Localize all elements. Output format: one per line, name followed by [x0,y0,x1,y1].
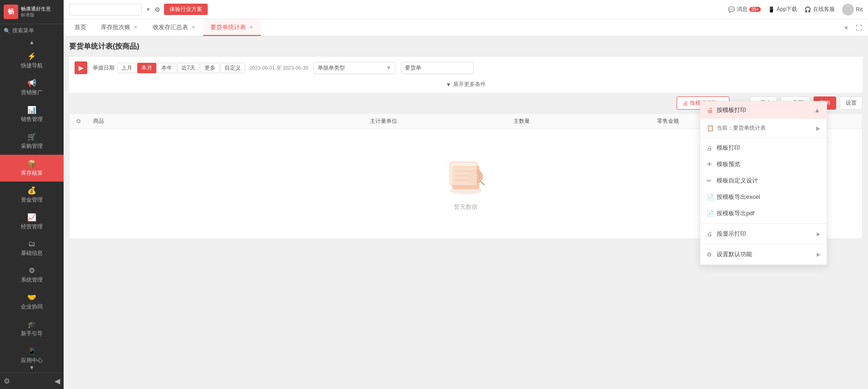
nav-icon-marketing: 📢 [27,79,36,87]
tab-order-stats[interactable]: 要货单统计表 × [203,19,261,36]
message-icon: 💬 [728,6,735,13]
dropdown-template-print[interactable]: 🖨 模板打印 [700,140,827,156]
message-button[interactable]: 💬 消息 99+ [728,5,761,13]
sidebar-nav: ⚡ 快捷导航 📢 营销推广 📊 销售管理 🛒 采购管理 📦 库存核算 💰 资金管… [0,47,64,363]
date-more[interactable]: 更多 [200,63,219,73]
sidebar-item-finance[interactable]: 💰 资金管理 [0,182,64,208]
service-icon: 🎧 [804,6,811,13]
tab-close-order-stats[interactable]: × [249,24,254,30]
dropdown-default-icon: ⚙ [707,251,712,258]
sidebar-item-guide[interactable]: 🎓 新手引导 [0,315,64,342]
dropdown-template-preview[interactable]: 👁 模板预览 [700,156,827,172]
sidebar-item-quick-nav[interactable]: ⚡ 快捷导航 [0,47,64,74]
nav-icon-guide: 🎓 [27,320,36,328]
svg-line-7 [480,181,484,185]
tab-home[interactable]: 首页 [67,19,94,36]
expand-more-button[interactable]: ▼ 展开更多条件 [446,81,486,88]
filter-expand-icon[interactable]: ▶ [75,61,87,74]
date-current-month[interactable]: 本月 [137,63,156,73]
col-settings-icon[interactable]: ⚙ [70,114,88,128]
sidebar-scroll-up[interactable]: ▲ [0,37,64,47]
topbar-right: 💬 消息 99+ 📱 App下载 🎧 在线客服 Rit [728,4,863,15]
tab-inventory-batch[interactable]: 库存批次账 × [94,19,145,36]
avatar-image [842,4,854,15]
tab-close-inventory-batch[interactable]: × [133,24,138,30]
dropdown-pdf-icon: 📄 [707,210,714,217]
page-title: 要货单统计表(按商品) [69,42,863,51]
sidebar-item-collab[interactable]: 🤝 企业协同 [0,288,64,315]
nav-icon-finance: 💰 [27,186,36,195]
logo-icon: 畅 [4,5,18,19]
nav-icon-quick: ⚡ [27,52,36,61]
sidebar-item-apps[interactable]: 📱 应用中心 [0,342,64,363]
dropdown-default-section: ⚙ 设置默认功能 ▶ [700,244,827,265]
sidebar-item-sales[interactable]: 📊 销售管理 [0,101,64,128]
col-unit-header: 主计量单位 [364,114,508,129]
dropdown-display-icon: 🖨 [707,231,713,237]
display-print-arrow-icon: ▶ [817,231,820,237]
topbar: ▼ ⚙ 体验行业方案 💬 消息 99+ 📱 App下载 🎧 在线客服 Rit [64,0,868,19]
date-custom[interactable]: 自定义 [220,63,245,73]
nav-icon-operations: 📈 [27,213,36,222]
dropdown-template-design[interactable]: ✏ 模板自定义设计 [700,172,827,189]
topbar-search-input[interactable] [69,4,142,15]
dropdown-close-icon[interactable]: ▲ [814,106,820,114]
current-template-arrow-icon: ▶ [816,125,820,131]
expand-icon: ▼ [446,81,451,88]
topbar-settings-icon[interactable]: ⚙ [155,6,160,13]
content-area: 要货单统计表(按商品) ▶ 单据日期 上月 本月 本年 近7天 更多 [64,36,868,389]
sidebar-scroll-down[interactable]: ▼ [0,363,64,373]
dropdown-header[interactable]: 🖨 按模板打印 ▲ [700,101,827,119]
sidebar-item-marketing[interactable]: 📢 营销推广 [0,74,64,101]
sidebar-item-basic[interactable]: 🗂 基础信息 [0,235,64,262]
sidebar-logo: 畅 畅康通好生意 标准版 [0,0,64,24]
window-maximize-button[interactable]: ⛶ [853,22,864,33]
dropdown-display-print[interactable]: 🖨 按显示打印 ▶ [700,226,827,242]
tab-receipt-summary[interactable]: 收发存汇总表 × [145,19,203,36]
topbar-chevron-icon[interactable]: ▼ [145,6,151,13]
type-filter[interactable]: 单据单类型 ▼ [314,62,395,74]
tab-close-receipt-summary[interactable]: × [191,24,196,30]
tabs-bar: 首页 库存批次账 × 收发存汇总表 × 要货单统计表 × × ⛶ [64,19,868,36]
date-filter: 单据日期 上月 本月 本年 近7天 更多 自定义 2023-06-01 至 20… [93,63,308,73]
date-last-month[interactable]: 上月 [117,63,136,73]
dropdown-export-pdf[interactable]: 📄 按模板导出pdf [700,205,827,222]
user-avatar[interactable]: Rit [842,4,863,15]
sidebar-search[interactable]: 🔍 搜索菜单 [0,24,64,37]
svg-rect-8 [450,162,477,186]
dropdown-preview-icon: 👁 [707,161,713,168]
filter-panel: ▶ 单据日期 上月 本月 本年 近7天 更多 自定义 2023-06-01 至 … [69,57,863,93]
sidebar-footer: ⚙ ◀ [0,373,64,389]
trial-button[interactable]: 体验行业方案 [164,4,208,15]
dropdown-current-section: 📋 当前：要货单统计表 ▶ [700,119,827,138]
print-dropdown-menu: 🖨 按模板打印 ▲ 📋 当前：要货单统计表 ▶ 🖨 模板打印 👁 [700,101,827,265]
dropdown-printer-icon: 🖨 [707,106,713,114]
nav-icon-apps: 📱 [27,347,36,355]
tag-filter[interactable]: 要货单 [401,62,474,74]
nav-icon-system: ⚙ [29,266,35,275]
sidebar-item-purchase[interactable]: 🛒 采购管理 [0,128,64,155]
sidebar-item-operations[interactable]: 📈 经营管理 [0,208,64,235]
date-buttons: 上月 本月 本年 近7天 更多 自定义 [117,63,245,73]
dropdown-export-excel[interactable]: 📄 按模板导出excel [700,189,827,205]
current-template-item[interactable]: 📋 当前：要货单统计表 ▶ [700,121,827,136]
collapse-icon[interactable]: ◀ [55,377,60,385]
date-7days[interactable]: 近7天 [177,63,200,73]
settings-btn[interactable]: 设置 [840,96,863,110]
current-template-icon: 📋 [707,125,714,131]
empty-text: 暂无数据 [454,203,478,211]
main-area: ▼ ⚙ 体验行业方案 💬 消息 99+ 📱 App下载 🎧 在线客服 Rit [64,0,868,389]
set-default-arrow-icon: ▶ [817,252,820,258]
window-close-button[interactable]: × [841,22,852,33]
empty-icon [443,157,489,197]
nav-icon-inventory: 📦 [27,159,36,168]
sidebar-item-inventory[interactable]: 📦 库存核算 [0,155,64,182]
nav-icon-purchase: 🛒 [27,132,36,141]
online-service-button[interactable]: 🎧 在线客服 [804,5,835,13]
app-download-button[interactable]: 📱 App下载 [768,5,797,13]
col-product-header: 商品 [88,114,364,129]
sidebar-item-system[interactable]: ⚙ 系统管理 [0,262,64,288]
date-current-year[interactable]: 本年 [157,63,176,73]
settings-icon[interactable]: ⚙ [4,377,10,385]
dropdown-set-default[interactable]: ⚙ 设置默认功能 ▶ [700,246,827,263]
